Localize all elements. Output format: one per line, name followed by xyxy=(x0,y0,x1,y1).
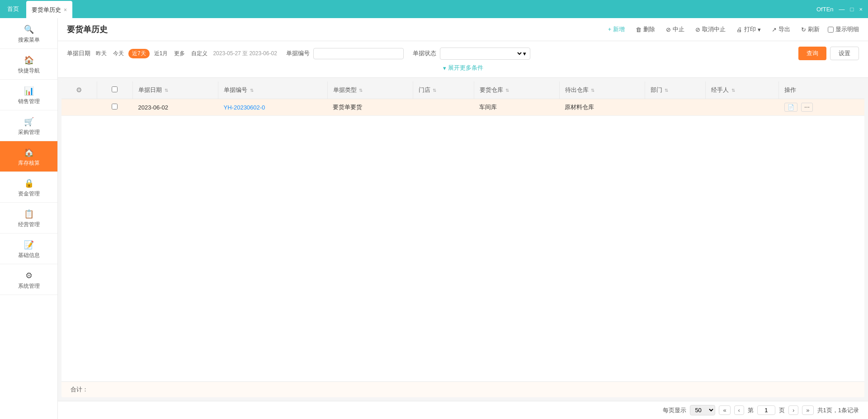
row-doc-type: 要货单要货 xyxy=(327,99,413,116)
main-layout: 🔍 搜索菜单 🏠 快捷导航 📊 销售管理 🛒 采购管理 🏠 库存核算 🔒 资金管… xyxy=(0,18,868,419)
select-chevron-icon: ▾ xyxy=(523,50,526,57)
col-store[interactable]: 门店 ⇅ xyxy=(413,81,474,99)
page-number-input[interactable] xyxy=(757,405,775,415)
col-doc-type[interactable]: 单据类型 ⇅ xyxy=(327,81,413,99)
refresh-btn[interactable]: ↻ 刷新 xyxy=(798,24,822,35)
sidebar-label-inventory: 库存核算 xyxy=(18,159,40,167)
sidebar-label-ops-mgmt: 经营管理 xyxy=(18,221,40,229)
sidebar-label-quick-nav: 快捷导航 xyxy=(18,67,40,75)
filter-docstatus-select-wrapper[interactable]: ▾ xyxy=(440,48,530,60)
top-bar: 首页 要货单历史 × OfTEn — □ × xyxy=(0,0,868,18)
page-title: 要货单历史 xyxy=(67,24,108,35)
sidebar-item-sys-mgmt[interactable]: ⚙ 系统管理 xyxy=(0,264,57,295)
pagination: 每页显示 20 50 100 200 « ‹ 第 页 › » 共1页，1条记录 xyxy=(58,401,868,419)
display-detail-input[interactable] xyxy=(828,27,834,33)
date-btn-more[interactable]: 更多 xyxy=(172,49,187,58)
often-label: OfTEn xyxy=(816,6,834,13)
filter-docnumber-input[interactable] xyxy=(313,48,404,59)
first-page-btn[interactable]: « xyxy=(719,405,730,415)
table-empty-space xyxy=(61,116,864,381)
sort-pending-warehouse-icon: ⇅ xyxy=(591,88,594,93)
tab-active-label: 要货单历史 xyxy=(32,6,61,14)
sidebar-label-sys-mgmt: 系统管理 xyxy=(18,282,40,290)
next-page-btn[interactable]: › xyxy=(788,405,798,415)
col-doc-date[interactable]: 单据日期 ⇅ xyxy=(132,81,218,99)
print-btn[interactable]: 🖨 打印 ▾ xyxy=(734,24,764,35)
row-doc-number[interactable]: YH-20230602-0 xyxy=(218,99,328,116)
col-action: 操作 xyxy=(779,81,864,99)
window-close-btn[interactable]: × xyxy=(859,6,863,13)
sidebar-item-quick-nav[interactable]: 🏠 快捷导航 xyxy=(0,49,57,80)
per-page-select[interactable]: 20 50 100 200 xyxy=(690,405,715,415)
sort-doc-date-icon: ⇅ xyxy=(165,88,168,93)
basic-info-icon: 📝 xyxy=(24,240,34,250)
sidebar-item-inventory[interactable]: 🏠 库存核算 xyxy=(0,141,57,172)
expand-more-btn[interactable]: ▾ 展开更多条件 xyxy=(67,64,859,72)
summary-label: 合计： xyxy=(71,386,88,393)
sort-doc-number-icon: ⇅ xyxy=(250,88,254,93)
sidebar-item-finance-mgmt[interactable]: 🔒 资金管理 xyxy=(0,172,57,203)
export-btn[interactable]: ↗ 导出 xyxy=(769,24,793,35)
sidebar-item-ops-mgmt[interactable]: 📋 经营管理 xyxy=(0,203,57,233)
cancel-stop-btn[interactable]: ⊘ 取消中止 xyxy=(693,24,728,35)
date-btn-7days[interactable]: 近7天 xyxy=(128,49,150,58)
table-footer: 合计： xyxy=(61,381,864,397)
col-req-warehouse[interactable]: 要货仓库 ⇅ xyxy=(474,81,559,99)
date-btn-today[interactable]: 今天 xyxy=(111,49,126,58)
col-dept[interactable]: 部门 ⇅ xyxy=(645,81,706,99)
tab-close-btn[interactable]: × xyxy=(64,7,67,13)
col-doc-number[interactable]: 单据编号 ⇅ xyxy=(218,81,328,99)
print-chevron-icon: ▾ xyxy=(758,26,761,33)
sidebar-item-sales-mgmt[interactable]: 📊 销售管理 xyxy=(0,80,57,110)
inventory-icon: 🏠 xyxy=(24,148,34,157)
date-btn-custom[interactable]: 自定义 xyxy=(189,49,209,58)
query-btn[interactable]: 查询 xyxy=(798,47,826,60)
sidebar-item-basic-info[interactable]: 📝 基础信息 xyxy=(0,233,57,264)
delete-icon: 🗑 xyxy=(636,26,642,33)
stop-icon: ⊘ xyxy=(666,26,671,33)
header-actions: + 新增 🗑 删除 ⊘ 中止 ⊘ 取消中止 🖨 打印 ▾ xyxy=(605,24,859,35)
row-pending-warehouse: 原材料仓库 xyxy=(559,99,645,116)
tab-home[interactable]: 首页 xyxy=(0,0,26,18)
sidebar-label-basic-info: 基础信息 xyxy=(18,252,40,259)
col-settings[interactable]: ⚙ xyxy=(61,81,97,99)
refresh-icon: ↻ xyxy=(801,26,806,33)
new-btn[interactable]: + 新增 xyxy=(605,24,627,35)
sidebar-item-search-menu[interactable]: 🔍 搜索菜单 xyxy=(0,18,57,49)
col-pending-warehouse[interactable]: 待出仓库 ⇅ xyxy=(559,81,645,99)
maximize-btn[interactable]: □ xyxy=(850,6,854,13)
delete-btn[interactable]: 🗑 删除 xyxy=(633,24,658,35)
top-bar-right: OfTEn — □ × xyxy=(816,6,868,13)
page-suffix: 页 xyxy=(779,406,785,414)
sidebar-item-purchase-mgmt[interactable]: 🛒 采购管理 xyxy=(0,110,57,141)
last-page-btn[interactable]: » xyxy=(802,405,813,415)
tab-active[interactable]: 要货单历史 × xyxy=(26,1,72,19)
per-page-label: 每页显示 xyxy=(663,406,686,414)
row-checkbox xyxy=(97,99,132,116)
doc-number-link[interactable]: YH-20230602-0 xyxy=(224,104,265,111)
stop-btn[interactable]: ⊘ 中止 xyxy=(663,24,687,35)
select-all-checkbox[interactable] xyxy=(112,86,118,92)
row-actions: 📄 ⋯ xyxy=(779,99,864,116)
col-checkbox xyxy=(97,81,132,99)
date-btn-1month[interactable]: 近1月 xyxy=(152,49,170,58)
row-view-btn[interactable]: 📄 xyxy=(784,103,797,112)
quick-nav-icon: 🏠 xyxy=(24,55,34,65)
filter-docstatus-select[interactable] xyxy=(444,50,523,57)
filter-docnumber-label: 单据编号 xyxy=(286,49,310,57)
display-detail-checkbox[interactable]: 显示明细 xyxy=(828,25,859,33)
row-more-btn[interactable]: ⋯ xyxy=(801,103,813,112)
filter-row-1: 单据日期 昨天 今天 近7天 近1月 更多 自定义 2023-05-27 至 2… xyxy=(67,47,859,60)
col-handler[interactable]: 经手人 ⇅ xyxy=(706,81,779,99)
table-row: 2023-06-02 YH-20230602-0 要货单要货 车间库 原材料仓库… xyxy=(61,99,864,116)
row-settings xyxy=(61,99,97,116)
expand-chevron-icon: ▾ xyxy=(443,65,446,71)
settings-btn[interactable]: 设置 xyxy=(830,47,859,60)
row-select-checkbox[interactable] xyxy=(112,104,118,110)
page-header: 要货单历史 + 新增 🗑 删除 ⊘ 中止 ⊘ 取消中止 🖨 打印 xyxy=(58,18,868,41)
date-btn-yesterday[interactable]: 昨天 xyxy=(94,49,108,58)
export-icon: ↗ xyxy=(772,26,777,33)
minimize-btn[interactable]: — xyxy=(839,6,845,13)
prev-page-btn[interactable]: ‹ xyxy=(734,405,744,415)
finance-mgmt-icon: 🔒 xyxy=(24,178,34,188)
